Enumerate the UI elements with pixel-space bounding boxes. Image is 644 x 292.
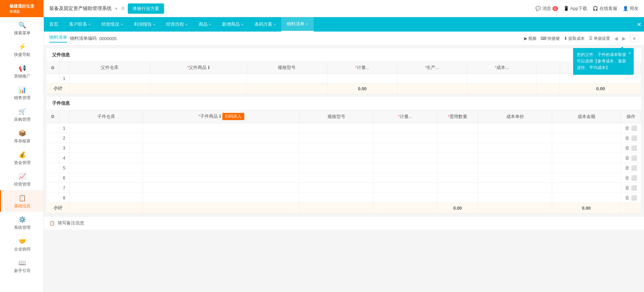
child-row-qty-0[interactable]	[437, 123, 478, 133]
parent-row-spec[interactable]	[246, 74, 327, 83]
th-gear[interactable]: ⚙	[47, 62, 59, 74]
child-row-unitcost-2[interactable]	[478, 143, 552, 153]
child-row-unitcost-4[interactable]	[478, 163, 552, 173]
trial-button[interactable]: 体验行业方案	[128, 3, 164, 14]
sidebar-item-guide[interactable]: 📖 新手引导	[0, 255, 44, 277]
child-row-unit-6[interactable]	[373, 183, 437, 193]
scan-btn[interactable]: 扫码录入	[222, 113, 244, 120]
sidebar-item-finance[interactable]: 💰 资金管理	[0, 147, 44, 168]
single-settings-btn[interactable]: ☰ 单据设置	[589, 36, 610, 42]
child-row-spec-2[interactable]	[299, 143, 373, 153]
sidebar-item-collab[interactable]: 🤝 企业协同	[0, 233, 44, 255]
delete-row-icon-4[interactable]: 🗑	[625, 165, 630, 171]
tab-bom[interactable]: 物料清单 ×	[281, 17, 313, 32]
child-row-unitcost-7[interactable]	[478, 193, 552, 203]
dropdown-icon[interactable]: ▼	[114, 7, 118, 11]
copy-row-icon-6[interactable]: ⬜	[631, 185, 637, 190]
child-row-unit-5[interactable]	[373, 173, 437, 183]
settings-gear-icon[interactable]: ⚙	[121, 6, 125, 11]
delete-row-icon-6[interactable]: 🗑	[625, 185, 630, 190]
child-row-goods-6[interactable]	[143, 183, 299, 193]
tab-home[interactable]: 首页	[44, 17, 64, 32]
child-row-qty-4[interactable]	[437, 163, 478, 173]
copy-row-icon-3[interactable]: ⬜	[631, 155, 637, 161]
message-button[interactable]: 💬 消息 6	[535, 5, 558, 12]
copy-row-icon-2[interactable]: ⬜	[631, 145, 637, 151]
child-row-spec-7[interactable]	[299, 193, 373, 203]
parent-row-cost[interactable]	[467, 74, 537, 83]
close-tab-new-goods[interactable]: ×	[241, 22, 243, 26]
copy-row-icon-1[interactable]: ⬜	[631, 135, 637, 141]
bottom-text[interactable]: 填写备注信息	[58, 220, 84, 226]
parent-row-warehouse[interactable]	[69, 74, 150, 83]
sidebar-item-operations[interactable]: 📈 经营管理	[0, 168, 44, 190]
delete-row-icon-1[interactable]: 🗑	[625, 135, 630, 141]
child-row-unit-7[interactable]	[373, 193, 437, 203]
child-row-warehouse-5[interactable]	[69, 173, 143, 183]
close-tab-history[interactable]: ×	[185, 22, 187, 26]
tab-profit[interactable]: 利润报告 ×	[128, 17, 161, 32]
child-row-spec-6[interactable]	[299, 183, 373, 193]
close-all-btn[interactable]: ✕	[637, 21, 644, 28]
shortcut-btn[interactable]: ⌨ 快捷键	[541, 36, 560, 42]
child-row-warehouse-1[interactable]	[69, 133, 143, 143]
copy-row-icon-4[interactable]: ⬜	[631, 165, 637, 171]
child-row-unitcost-0[interactable]	[478, 123, 552, 133]
child-row-warehouse-2[interactable]	[69, 143, 143, 153]
user-menu-button[interactable]: 👤 用友	[623, 5, 639, 12]
sidebar-item-search[interactable]: 🔍 搜索菜单	[0, 17, 44, 39]
child-row-unit-0[interactable]	[373, 123, 437, 133]
child-row-unit-3[interactable]	[373, 153, 437, 163]
sidebar-item-purchase[interactable]: 🛒 采购管理	[0, 104, 44, 125]
close-tab-barcode[interactable]: ×	[274, 22, 276, 26]
tab-barcode[interactable]: 条码方案 ×	[249, 17, 281, 32]
child-row-unit-2[interactable]	[373, 143, 437, 153]
extract-cost-btn[interactable]: ⬇ 提取成本	[564, 36, 585, 42]
online-service-button[interactable]: 🎧 在线客服	[593, 5, 617, 12]
child-row-warehouse-7[interactable]	[69, 193, 143, 203]
view-btn[interactable]: ▶ 视频	[524, 36, 536, 42]
parent-row-production[interactable]	[397, 74, 467, 83]
child-row-goods-1[interactable]	[143, 133, 299, 143]
tab-goods[interactable]: 商品 ×	[193, 17, 216, 32]
close-tab-business[interactable]: ×	[121, 22, 123, 26]
column-settings-btn[interactable]: ≡	[630, 35, 639, 42]
child-row-qty-3[interactable]	[437, 153, 478, 163]
sidebar-item-marketing[interactable]: 📢 营销推广	[0, 60, 44, 82]
copy-row-icon-5[interactable]: ⬜	[631, 175, 637, 180]
app-download-button[interactable]: 📱 App下载	[564, 5, 587, 12]
close-tab-goods[interactable]: ×	[209, 22, 211, 26]
child-row-goods-0[interactable]	[143, 123, 299, 133]
delete-row-icon-5[interactable]: 🗑	[625, 175, 630, 180]
tooltip-close-btn[interactable]: ×	[629, 50, 631, 57]
tab-customer[interactable]: 客户联系 ×	[64, 17, 96, 32]
sidebar-item-quicknav[interactable]: ⚡ 快捷导航	[0, 39, 44, 60]
child-row-goods-5[interactable]	[143, 173, 299, 183]
delete-row-icon-0[interactable]: 🗑	[625, 125, 630, 131]
child-row-warehouse-0[interactable]	[69, 123, 143, 133]
child-row-qty-5[interactable]	[437, 173, 478, 183]
child-row-goods-7[interactable]	[143, 193, 299, 203]
child-row-unitcost-5[interactable]	[478, 173, 552, 183]
delete-row-icon-2[interactable]: 🗑	[625, 145, 630, 151]
child-row-warehouse-4[interactable]	[69, 163, 143, 173]
delete-row-icon-3[interactable]: 🗑	[625, 155, 630, 161]
close-tab-profit[interactable]: ×	[153, 22, 155, 26]
child-row-warehouse-3[interactable]	[69, 153, 143, 163]
sidebar-item-basic[interactable]: 📋 基础信息	[0, 190, 44, 212]
child-row-goods-4[interactable]	[143, 163, 299, 173]
tab-history[interactable]: 经营历程 ×	[161, 17, 193, 32]
sidebar-item-system[interactable]: ⚙️ 系统管理	[0, 212, 44, 233]
th-child-gear[interactable]: ⚙	[47, 110, 59, 123]
child-row-unit-4[interactable]	[373, 163, 437, 173]
child-row-unit-1[interactable]	[373, 133, 437, 143]
child-row-spec-0[interactable]	[299, 123, 373, 133]
child-row-qty-7[interactable]	[437, 193, 478, 203]
next-page-btn[interactable]: ▶	[622, 36, 626, 41]
child-row-qty-6[interactable]	[437, 183, 478, 193]
child-row-unitcost-1[interactable]	[478, 133, 552, 143]
breadcrumb-main[interactable]: 物料清单	[49, 34, 67, 43]
child-row-qty-2[interactable]	[437, 143, 478, 153]
prev-page-btn[interactable]: ◀	[614, 36, 618, 41]
close-tab-customer[interactable]: ×	[88, 22, 90, 26]
